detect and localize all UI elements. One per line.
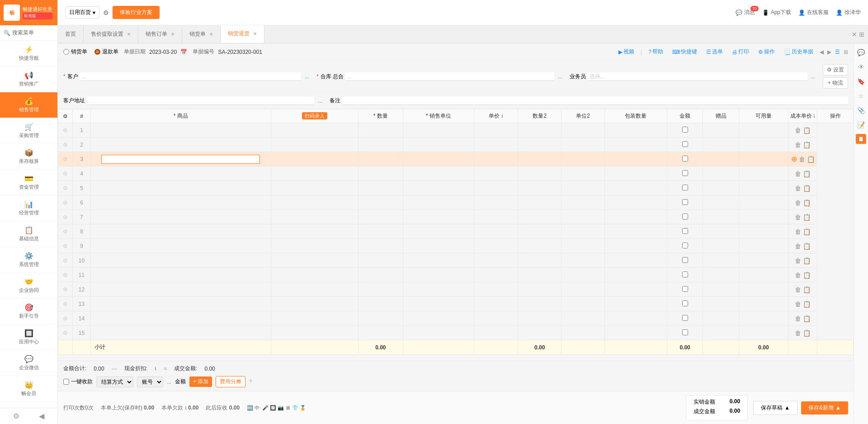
row-available[interactable] [703, 239, 739, 253]
row-unit[interactable] [358, 123, 403, 138]
row-qty2[interactable] [474, 253, 518, 268]
radio-sale-input[interactable] [63, 49, 69, 55]
row-pack-qty[interactable] [561, 282, 605, 297]
scan-input-btn[interactable]: 扫码录入 [302, 112, 327, 119]
gift-checkbox[interactable] [682, 257, 688, 263]
row-unit[interactable] [358, 297, 403, 311]
salesman-select-btn[interactable]: ... [811, 73, 816, 80]
row-amount[interactable] [605, 253, 667, 268]
row-unit[interactable] [358, 224, 403, 239]
copy-row-icon[interactable]: 📋 [803, 286, 811, 293]
row-gift[interactable] [667, 297, 703, 311]
row-pack-qty[interactable] [561, 210, 605, 224]
th-scan[interactable]: 扫码录入 [271, 110, 358, 123]
row-pack-qty[interactable] [561, 181, 605, 195]
tab-sale-delivery[interactable]: 销货单 ✕ [182, 26, 221, 43]
row-available[interactable] [703, 123, 739, 138]
sidebar-item-shortcuts[interactable]: ⚡ 快捷导航 [0, 41, 57, 67]
sidebar-item-newbie[interactable]: 🎯 新手引导 [0, 299, 57, 324]
gift-checkbox[interactable] [682, 286, 688, 292]
row-amount[interactable] [605, 268, 667, 282]
row-price[interactable] [403, 210, 474, 224]
row-gift[interactable] [667, 326, 703, 340]
row-qty[interactable] [271, 181, 358, 195]
toolbar-operate-btn[interactable]: ⚙ 操作 [755, 47, 778, 57]
table-settings-icon[interactable]: ⚙ [63, 113, 68, 119]
copy-row-icon[interactable]: 📋 [803, 257, 811, 264]
row-price[interactable] [403, 268, 474, 282]
row-qty2[interactable] [474, 224, 518, 239]
row-price[interactable] [403, 138, 474, 152]
toolbar-select-btn[interactable]: ☰ 选单 [703, 47, 726, 57]
tab-home[interactable]: 首页 [58, 26, 84, 43]
right-tool-bookmark[interactable]: 🔖 [856, 76, 866, 87]
row-amount[interactable] [605, 326, 667, 340]
row-cost[interactable] [739, 239, 788, 253]
copy-row-icon[interactable]: 📋 [803, 272, 811, 279]
row-unit2[interactable] [518, 152, 561, 167]
row-unit2[interactable] [518, 239, 561, 253]
row-available[interactable] [703, 138, 739, 152]
delete-row-icon[interactable]: 🗑 [795, 127, 801, 134]
right-tool-note[interactable]: 📝 [856, 119, 866, 130]
row-price[interactable] [403, 253, 474, 268]
row-available[interactable] [703, 282, 739, 297]
tab-close-icon[interactable]: ✕ [209, 32, 213, 37]
right-tool-orange[interactable]: 📋 [856, 134, 866, 144]
row-cost[interactable] [739, 268, 788, 282]
user-profile[interactable]: 👤 徐泽华 [836, 9, 861, 16]
row-unit[interactable] [358, 195, 403, 210]
tab-close-icon[interactable]: ✕ [253, 31, 257, 36]
gift-checkbox[interactable] [682, 185, 688, 191]
row-gift[interactable] [667, 224, 703, 239]
row-available[interactable] [703, 253, 739, 268]
row-product[interactable] [91, 297, 271, 311]
add-btn[interactable]: + 添加 [189, 376, 212, 387]
row-qty[interactable] [271, 253, 358, 268]
row-product[interactable] [91, 239, 271, 253]
sidebar-item-basic[interactable]: 📋 基础信息 [0, 221, 57, 247]
toolbar-help-btn[interactable]: ? 帮助 [646, 47, 666, 57]
row-available[interactable] [703, 326, 739, 340]
delete-row-icon[interactable]: 🗑 [795, 243, 801, 250]
tab-close-all-icon[interactable]: ✕ [852, 31, 857, 38]
gift-checkbox[interactable] [682, 228, 688, 234]
row-qty[interactable] [271, 224, 358, 239]
right-tool-star[interactable]: ☆ [856, 91, 866, 101]
account-no-select[interactable]: 账号 [137, 376, 163, 387]
sidebar-item-purchase[interactable]: 🛒 采购管理 [0, 118, 57, 144]
gift-checkbox[interactable] [682, 170, 688, 176]
row-pack-qty[interactable] [561, 152, 605, 167]
delete-row-icon[interactable]: 🗑 [795, 286, 801, 293]
row-qty2[interactable] [474, 195, 518, 210]
row-cost[interactable] [739, 152, 788, 167]
nav-prev-icon[interactable]: ◀ [820, 49, 824, 55]
sidebar-item-finance[interactable]: 💳 资金管理 [0, 170, 57, 195]
row-unit[interactable] [358, 268, 403, 282]
sidebar-item-member[interactable]: 👑 畅会员 [0, 376, 57, 402]
row-unit2[interactable] [518, 297, 561, 311]
row-gift[interactable] [667, 123, 703, 138]
row-qty2[interactable] [474, 181, 518, 195]
copy-row-icon[interactable]: 📋 [803, 199, 811, 206]
row-qty[interactable] [271, 152, 358, 167]
row-available[interactable] [703, 297, 739, 311]
radio-sale-delivery[interactable]: 销货单 [63, 48, 87, 56]
sidebar-item-sales[interactable]: 💰 销售管理 [0, 92, 57, 118]
row-unit2[interactable] [518, 167, 561, 181]
row-qty2[interactable] [474, 138, 518, 152]
row-qty[interactable] [271, 282, 358, 297]
row-unit[interactable] [358, 239, 403, 253]
row-amount[interactable] [605, 210, 667, 224]
row-gift[interactable] [667, 239, 703, 253]
row-cost[interactable] [739, 181, 788, 195]
row-gift[interactable] [667, 195, 703, 210]
row-product[interactable] [91, 268, 271, 282]
row-unit2[interactable] [518, 311, 561, 326]
row-amount[interactable] [605, 167, 667, 181]
row-unit2[interactable] [518, 195, 561, 210]
gift-checkbox[interactable] [682, 127, 688, 133]
warehouse-select-btn[interactable]: ... [558, 73, 562, 80]
app-download-btn[interactable]: 📱 App下载 [762, 9, 791, 16]
gift-checkbox[interactable] [682, 315, 688, 321]
